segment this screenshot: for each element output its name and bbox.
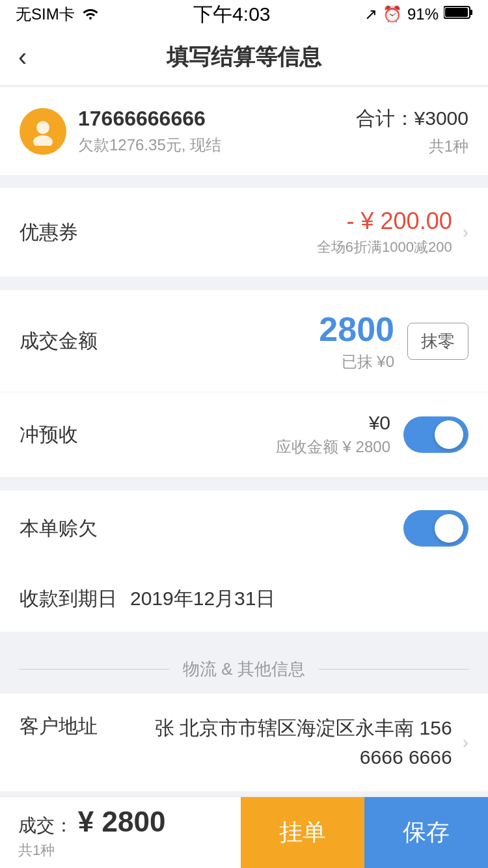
- coupon-info: - ¥ 200.00 全场6折满1000减200: [317, 208, 452, 257]
- page-title: 填写结算等信息: [167, 42, 321, 72]
- prepay-toggle-knob: [435, 420, 463, 449]
- footer-info: 成交： ¥ 2800 共1种: [0, 806, 241, 860]
- divider-3: [0, 478, 488, 491]
- address-label: 客户地址: [20, 713, 98, 740]
- divider-1: [0, 175, 488, 188]
- debt-label: 本单赊欠: [20, 515, 98, 542]
- customer-total: 合计：¥3000 共1种: [356, 105, 468, 157]
- avatar: [20, 108, 66, 155]
- prepay-row: 冲预收 ¥0 应收金额 ¥ 2800: [0, 392, 488, 478]
- coupon-desc: 全场6折满1000减200: [317, 237, 452, 257]
- divider-2: [0, 277, 488, 290]
- prepay-amount: ¥0: [276, 412, 390, 434]
- prepay-right: ¥0 应收金额 ¥ 2800: [276, 412, 468, 457]
- hang-button[interactable]: 挂单: [241, 797, 364, 869]
- duedate-label: 收款到期日: [20, 586, 117, 612]
- footer-deal-line: 成交： ¥ 2800: [18, 806, 223, 838]
- prepay-amount-wrap: ¥0 应收金额 ¥ 2800: [276, 412, 390, 457]
- customer-left: 17666666666 欠款1276.35元, 现结: [20, 107, 221, 156]
- location-icon: ↗: [364, 5, 377, 23]
- round-zero-button[interactable]: 抹零: [407, 323, 468, 360]
- svg-point-3: [36, 121, 49, 134]
- footer-deal-amount: ¥ 2800: [78, 806, 166, 837]
- wifi-icon: [81, 5, 100, 23]
- status-left: 无SIM卡: [16, 4, 100, 25]
- coupon-row[interactable]: 优惠券 - ¥ 200.00 全场6折满1000减200 ›: [0, 188, 488, 277]
- svg-point-4: [33, 135, 53, 146]
- carrier-text: 无SIM卡: [16, 4, 75, 25]
- logistics-header: 物流 & 其他信息: [0, 645, 488, 694]
- coupon-right: - ¥ 200.00 全场6折满1000减200 ›: [317, 208, 468, 257]
- status-time: 下午4:03: [193, 1, 270, 28]
- address-row[interactable]: 客户地址 张 北京市市辖区海淀区永丰南 156 6666 6666 ›: [0, 694, 488, 792]
- status-bar: 无SIM卡 下午4:03 ↗ ⏰ 91%: [0, 0, 488, 29]
- logistics-label: 物流 & 其他信息: [183, 658, 305, 681]
- deal-erased: 已抹 ¥0: [319, 351, 394, 372]
- customer-info: 17666666666 欠款1276.35元, 现结: [78, 107, 221, 156]
- total-count: 共1种: [356, 136, 468, 157]
- debt-toggle-knob: [435, 514, 463, 543]
- debt-toggle[interactable]: [403, 510, 468, 547]
- logistics-line-right: [318, 669, 468, 670]
- footer: 成交： ¥ 2800 共1种 挂单 保存: [0, 796, 488, 868]
- save-button[interactable]: 保存: [364, 797, 488, 869]
- chevron-right-icon: ›: [463, 222, 468, 243]
- alarm-icon: ⏰: [383, 5, 402, 23]
- duedate-row: 收款到期日 2019年12月31日: [0, 566, 488, 632]
- address-chevron-icon: ›: [463, 732, 468, 753]
- battery-icon: [444, 5, 472, 23]
- customer-card: 17666666666 欠款1276.35元, 现结 合计：¥3000 共1种: [0, 87, 488, 175]
- coupon-label: 优惠券: [20, 219, 78, 246]
- deal-amount-row: 成交金额 2800 已抹 ¥0 抹零: [0, 290, 488, 392]
- address-value: 张 北京市市辖区海淀区永丰南 156 6666 6666: [108, 713, 452, 772]
- back-button[interactable]: ‹: [18, 42, 27, 72]
- footer-count: 共1种: [18, 841, 223, 860]
- footer-deal-label: 成交：: [18, 815, 73, 835]
- logistics-line-left: [20, 669, 170, 670]
- svg-rect-1: [470, 10, 472, 15]
- deal-amount-label: 成交金额: [20, 328, 98, 355]
- prepay-toggle[interactable]: [403, 416, 468, 453]
- coupon-discount: - ¥ 200.00: [317, 208, 452, 235]
- nav-bar: ‹ 填写结算等信息: [0, 29, 488, 86]
- customer-debt: 欠款1276.35元, 现结: [78, 135, 221, 156]
- status-right: ↗ ⏰ 91%: [364, 5, 472, 23]
- prepay-receivable: 应收金额 ¥ 2800: [276, 437, 390, 457]
- divider-4: [0, 632, 488, 645]
- customer-phone: 17666666666: [78, 107, 221, 131]
- debt-row: 本单赊欠: [0, 491, 488, 566]
- deal-amount-right: 2800 已抹 ¥0 抹零: [319, 310, 468, 372]
- svg-rect-2: [445, 8, 468, 17]
- deal-amount-wrap: 2800 已抹 ¥0: [319, 310, 394, 372]
- duedate-value: 2019年12月31日: [130, 586, 275, 612]
- prepay-label: 冲预收: [20, 422, 78, 448]
- total-amount: 合计：¥3000: [356, 105, 468, 132]
- deal-amount-value[interactable]: 2800: [319, 310, 394, 349]
- battery-text: 91%: [407, 5, 439, 23]
